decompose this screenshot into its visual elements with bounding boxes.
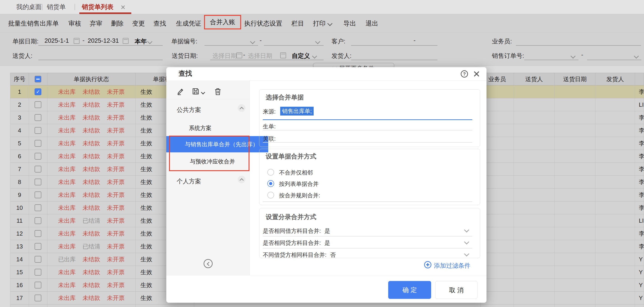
merge-rule-input[interactable] xyxy=(263,201,472,202)
sales-order-no-from-input[interactable] xyxy=(524,60,578,60)
add-filter-condition-link[interactable]: 添加过滤条件 xyxy=(434,261,470,270)
dialog-title: 查找 xyxy=(178,67,192,81)
doc-date-preset-select[interactable]: 本年 xyxy=(135,37,147,46)
toolbar-change[interactable]: 变更 xyxy=(132,14,145,33)
radio-merge-by-list[interactable] xyxy=(267,180,274,187)
row-checkbox-cell xyxy=(29,163,48,176)
row-checkbox[interactable] xyxy=(34,153,41,160)
table-row[interactable] xyxy=(10,304,644,307)
calendar-icon[interactable] xyxy=(280,53,286,58)
row-checkbox[interactable] xyxy=(34,88,41,95)
row-checkbox[interactable] xyxy=(34,269,41,275)
ok-button[interactable]: 确 定 xyxy=(388,281,431,299)
column-header-blank[interactable] xyxy=(29,73,48,86)
row-checkbox[interactable] xyxy=(34,127,41,134)
radio-no-merge-adjacent[interactable] xyxy=(267,169,274,176)
execution-status-cell: 未出库已结清未开票 xyxy=(48,240,136,253)
tab-sales-order[interactable]: 销货单 xyxy=(47,0,66,14)
collapse-up-icon[interactable] xyxy=(238,104,246,112)
row-checkbox[interactable] xyxy=(34,282,41,288)
salesman-input[interactable] xyxy=(516,45,641,46)
column-header-blank[interactable] xyxy=(635,73,644,86)
toolbar-print[interactable]: 打印 xyxy=(313,14,326,33)
tab-divider xyxy=(74,4,75,10)
row-checkbox[interactable] xyxy=(34,204,41,211)
source-value-selected[interactable]: 销售出库单; xyxy=(280,107,314,116)
clipped-right-cell: 李 xyxy=(635,176,644,189)
sales-order-no-to-input[interactable] xyxy=(587,60,641,60)
tab-my-desktop[interactable]: 我的桌面 xyxy=(16,0,42,14)
plus-circle-icon[interactable] xyxy=(424,261,431,268)
doc-no-to-input[interactable] xyxy=(264,45,324,46)
delete-scheme-icon[interactable] xyxy=(214,87,222,95)
doc-no-from-input[interactable] xyxy=(204,45,258,46)
row-checkbox[interactable] xyxy=(34,294,41,301)
delivery-date-preset-select[interactable]: 自定义 xyxy=(292,52,310,60)
toolbar-export[interactable]: 导出 xyxy=(344,14,356,33)
clipped-right-cell: 李 xyxy=(635,124,644,137)
customer-input[interactable] xyxy=(351,45,438,46)
help-icon[interactable] xyxy=(461,70,468,78)
tab-sales-order-list[interactable]: 销货单列表 xyxy=(82,0,114,14)
select-all-checkbox[interactable] xyxy=(34,76,41,83)
row-checkbox[interactable] xyxy=(34,191,41,198)
toolbar-generate-voucher[interactable]: 生成凭证 xyxy=(176,14,201,33)
row-checkbox[interactable] xyxy=(34,101,41,108)
doc-date-to-input[interactable]: 2025-12-31 xyxy=(88,37,119,44)
delivery-date-to-input[interactable]: 选择日期 xyxy=(248,52,272,60)
toolbar-merge-posting[interactable]: 合并入账 xyxy=(205,16,240,29)
scheme-highlight-box xyxy=(169,136,250,171)
toolbar-batch-generate-outbound[interactable]: 批量生销售出库单 xyxy=(8,14,59,33)
toolbar-exit[interactable]: 退出 xyxy=(366,14,378,33)
same-credit-merge-value[interactable]: 是 xyxy=(324,239,330,247)
column-header-发货人[interactable]: 发货人 xyxy=(596,73,635,86)
row-checkbox[interactable] xyxy=(34,217,41,224)
relation-input[interactable] xyxy=(263,142,472,143)
toolbar-execution-status-settings[interactable]: 执行状态设置 xyxy=(244,14,282,33)
shipper-cell xyxy=(596,111,635,124)
radio-merge-by-rule[interactable] xyxy=(267,192,274,198)
toolbar-delete[interactable]: 删除 xyxy=(111,14,124,33)
tab-divider xyxy=(42,4,42,10)
generate-input[interactable] xyxy=(263,130,472,130)
close-tab-icon[interactable] xyxy=(121,5,125,10)
toolbar-columns[interactable]: 栏目 xyxy=(292,14,304,33)
row-checkbox[interactable] xyxy=(34,243,41,250)
calendar-icon[interactable] xyxy=(236,53,242,58)
row-checkbox[interactable] xyxy=(34,179,41,185)
collapse-panel-icon[interactable] xyxy=(204,259,213,268)
close-dialog-icon[interactable] xyxy=(473,71,480,77)
edit-scheme-icon[interactable] xyxy=(176,87,184,95)
toolbar-audit[interactable]: 审核 xyxy=(68,14,81,33)
row-checkbox[interactable] xyxy=(34,140,41,147)
personal-schemes-group[interactable]: 个人方案 xyxy=(177,177,201,185)
column-header-序号[interactable]: 序号 xyxy=(10,73,29,86)
shipper-input[interactable] xyxy=(351,60,438,60)
scheme-item-system[interactable]: 系统方案 xyxy=(166,123,272,133)
row-checkbox[interactable] xyxy=(34,114,41,121)
select-merge-doc-section: 选择合并单据 xyxy=(259,89,480,147)
relation-label: 关联: xyxy=(263,135,276,142)
column-header-送货日期[interactable]: 送货日期 xyxy=(554,73,596,86)
source-input[interactable] xyxy=(263,119,472,120)
collapse-up-icon[interactable] xyxy=(238,176,246,183)
row-checkbox[interactable] xyxy=(34,256,41,263)
column-header-送货人[interactable]: 送货人 xyxy=(514,73,554,86)
same-debit-merge-value[interactable]: 是 xyxy=(324,227,330,235)
delivery-date-cell xyxy=(554,150,596,163)
row-checkbox[interactable] xyxy=(34,230,41,237)
save-scheme-icon[interactable] xyxy=(192,87,200,95)
calendar-icon[interactable] xyxy=(123,38,128,44)
cancel-button[interactable]: 取 消 xyxy=(435,281,478,299)
column-header-单据执行状态[interactable]: 单据执行状态 xyxy=(48,73,136,86)
calendar-icon[interactable] xyxy=(74,38,80,44)
deliverer-input[interactable] xyxy=(38,60,163,60)
public-schemes-group[interactable]: 公共方案 xyxy=(177,106,201,114)
row-checkbox[interactable] xyxy=(34,166,41,172)
toolbar-find[interactable]: 查找 xyxy=(154,14,166,33)
delivery-date-from-input[interactable]: 选择日期 xyxy=(212,52,237,60)
toolbar-unaudit[interactable]: 弃审 xyxy=(90,14,102,33)
status-tag: 未开票 xyxy=(107,191,124,199)
diff-side-same-account-merge-value[interactable]: 否 xyxy=(330,251,336,259)
doc-date-from-input[interactable]: 2025-1-1 xyxy=(44,37,69,44)
